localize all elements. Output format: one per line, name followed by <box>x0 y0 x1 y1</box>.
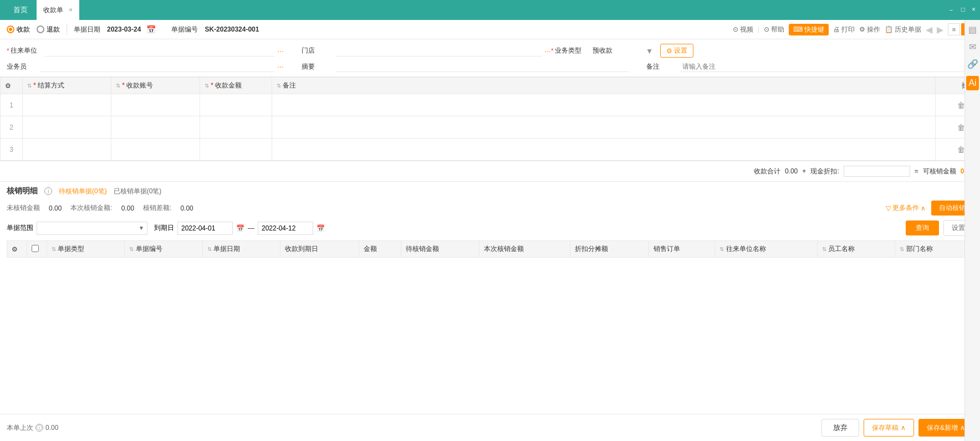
discount-label: 现金折扣: <box>810 167 839 176</box>
filter-row: 单据范围 ▼ 到期日 📅 — 📅 <box>7 220 973 236</box>
help-btn[interactable]: ⊙ 帮助 <box>764 25 784 34</box>
sidebar-link-icon[interactable]: 🔗 <box>967 59 978 69</box>
date-end-input[interactable] <box>258 222 313 235</box>
range-select[interactable] <box>37 222 147 235</box>
row-2-account[interactable] <box>111 116 200 139</box>
row-1-settlement[interactable] <box>23 94 111 116</box>
counterpart-input[interactable] <box>44 45 275 57</box>
shortcut-label: 快捷键 <box>804 25 824 34</box>
row-2-remark[interactable] <box>272 116 936 139</box>
wth-settings[interactable]: ⚙ <box>7 241 27 258</box>
row-3-remark[interactable] <box>272 139 936 161</box>
more-conditions-btn[interactable]: ▽ 更多条件 ∧ <box>886 203 926 213</box>
layout-list-btn[interactable]: ≡ <box>948 23 960 35</box>
video-btn[interactable]: ⊙ 视频 <box>733 25 753 34</box>
history-btn[interactable]: 📋 历史单据 <box>885 25 921 34</box>
radio-tui[interactable]: 退款 <box>37 25 60 34</box>
wth-date-sort[interactable]: ⇅ <box>207 246 212 252</box>
tab-home[interactable]: 首页 <box>4 0 37 20</box>
sidebar-mail-icon[interactable]: ✉ <box>969 42 976 52</box>
sort-icon3[interactable]: ⇅ <box>205 83 209 89</box>
biz-type-required: * <box>551 47 554 55</box>
row-2-amount[interactable] <box>200 116 272 139</box>
biz-type-group: * 业务类型 预收款 ▼ ⚙ 设置 <box>551 44 973 58</box>
range-dropdown[interactable]: ▼ <box>37 222 147 235</box>
staff-more-icon[interactable]: ··· <box>277 62 284 71</box>
nav-next-icon[interactable]: ▶ <box>937 24 943 35</box>
nav-prev-icon[interactable]: ◀ <box>926 24 932 35</box>
staff-input[interactable] <box>40 61 275 72</box>
sort-icon4[interactable]: ⇅ <box>277 83 281 89</box>
wth-dept-sort[interactable]: ⇅ <box>900 246 904 252</box>
footer-info-icon[interactable]: ⓘ <box>35 424 43 432</box>
row-3-account[interactable] <box>111 139 200 161</box>
done-tab[interactable]: 已核销单据(0笔) <box>114 187 162 196</box>
wth-dept-label: 部门名称 <box>906 245 933 253</box>
receivable-label: 可核销金额 <box>923 167 956 176</box>
filter-icon: ▽ <box>886 204 891 212</box>
abandon-btn[interactable]: 放弃 <box>821 419 859 437</box>
row-3-settlement[interactable] <box>23 139 111 161</box>
writeoff-section: 核销明细 i 待核销单据(0笔) 已核销单据(0笔) 未核销金额 0.00 本次… <box>0 182 980 414</box>
th-settings[interactable]: ⚙ <box>1 78 23 94</box>
wth-due-date-label: 收款到期日 <box>285 245 318 253</box>
toolbar-right: ⊙ 视频 | ⊙ 帮助 ⌨ 快捷键 🖨 打印 ⚙ 操作 📋 历史单据 <box>733 23 973 35</box>
num-field: 单据编号 SK-20230324-001 <box>171 25 259 34</box>
sidebar-ai-icon[interactable]: Ai <box>966 76 978 90</box>
filter-left: 单据范围 ▼ 到期日 📅 — 📅 <box>7 222 325 235</box>
radio-tui-circle <box>37 25 44 33</box>
wth-num-label: 单据编号 <box>136 245 162 253</box>
date-end-cal-icon[interactable]: 📅 <box>317 224 325 232</box>
date-start-cal-icon[interactable]: 📅 <box>236 224 244 232</box>
settings-btn[interactable]: ⚙ 设置 <box>660 44 693 58</box>
counterpart-more-icon[interactable]: ··· <box>277 47 284 55</box>
radio-shou[interactable]: 收款 <box>7 25 30 34</box>
store-input[interactable] <box>335 45 542 57</box>
discount-input[interactable] <box>844 166 910 177</box>
tab-close-icon[interactable]: × <box>69 0 73 20</box>
store-group: 门店 ··· <box>302 45 551 57</box>
writeoff-info-icon[interactable]: i <box>44 187 52 195</box>
pending-tab[interactable]: 待核销单据(0笔) <box>59 187 107 196</box>
wth-type-sort[interactable]: ⇅ <box>52 246 56 252</box>
date-cal-icon[interactable]: 📅 <box>146 25 156 34</box>
row-2-settlement[interactable] <box>23 116 111 139</box>
wth-num: ⇅ 单据编号 <box>125 241 202 258</box>
remark-input[interactable] <box>680 61 973 72</box>
form-row-2: 业务员 ··· 摘要 备注 <box>7 61 973 72</box>
shortcut-btn[interactable]: ⌨ 快捷键 <box>789 24 829 35</box>
toolbar-divider <box>67 24 67 35</box>
date-start-input[interactable] <box>177 222 233 235</box>
maximize-icon[interactable]: □ <box>961 6 965 15</box>
save-draft-btn[interactable]: 保存草稿 ∧ <box>864 419 914 437</box>
row-1-remark[interactable] <box>272 94 936 116</box>
store-more-icon[interactable]: ··· <box>544 47 551 55</box>
row-1-amount[interactable] <box>200 94 272 116</box>
row-3-delete-icon[interactable]: 🗑 <box>957 145 965 154</box>
close-icon[interactable]: × <box>972 6 976 15</box>
table-settings-icon: ⚙ <box>5 82 11 90</box>
tab-active[interactable]: 收款单 × <box>37 0 79 20</box>
wth-counterpart-sort[interactable]: ⇅ <box>719 246 724 252</box>
wth-sales-order-label: 销售订单 <box>654 245 680 253</box>
operation-btn[interactable]: ⚙ 操作 <box>859 25 880 34</box>
summary-input[interactable] <box>335 61 629 72</box>
wth-num-sort[interactable]: ⇅ <box>129 246 134 252</box>
row-2-delete-icon[interactable]: 🗑 <box>957 123 965 132</box>
biz-type-dropdown-icon[interactable]: ▼ <box>646 47 654 55</box>
counterpart-required: * <box>7 47 9 55</box>
sidebar-table-icon[interactable]: ▤ <box>968 24 977 35</box>
wth-checkbox-input[interactable] <box>32 245 39 252</box>
wth-staff-sort[interactable]: ⇅ <box>822 246 826 252</box>
wth-this-amount-label: 本次核销金额 <box>484 245 524 253</box>
minimize-icon[interactable]: － <box>948 6 955 15</box>
row-3-amount[interactable] <box>200 139 272 161</box>
row-1-account[interactable] <box>111 94 200 116</box>
wth-checkbox[interactable] <box>27 241 47 258</box>
staff-group: 业务员 ··· <box>7 61 284 72</box>
sort-icon2[interactable]: ⇅ <box>116 83 120 89</box>
sort-icon[interactable]: ⇅ <box>27 83 32 89</box>
row-1-delete-icon[interactable]: 🗑 <box>957 101 965 110</box>
query-btn[interactable]: 查询 <box>906 221 939 235</box>
print-btn[interactable]: 🖨 打印 <box>833 25 855 34</box>
